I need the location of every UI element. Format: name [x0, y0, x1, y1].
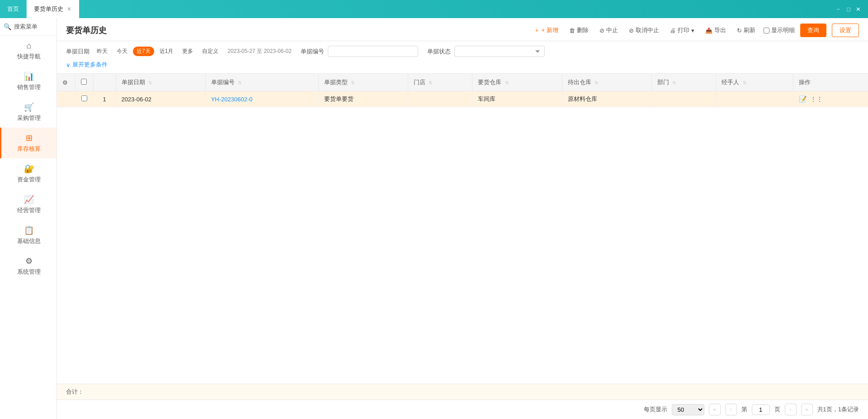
export-button[interactable]: 📤 导出 [703, 24, 729, 36]
sidebar-item-inventory[interactable]: ⊞ 库存核算 [0, 128, 57, 158]
display-detail-checkbox[interactable] [764, 28, 769, 33]
edit-icon[interactable]: 📝 [799, 95, 807, 103]
page-size-label: 每页显示 [644, 405, 667, 414]
prev-page-button[interactable]: ‹ [725, 404, 737, 415]
th-pendingwarehouse[interactable]: 待出仓库 ⇅ [562, 74, 651, 91]
sidebar-item-purchase-label: 采购管理 [17, 114, 41, 122]
main-layout: 🔍 搜索菜单 ⌂ 快捷导航 📊 销售管理 🛒 采购管理 ⊞ 库存核算 🔐 资金管… [0, 18, 868, 419]
delete-button[interactable]: 🗑 删除 [566, 24, 591, 36]
content-area: 要货单历史 ＋ + 新增 🗑 删除 ⊘ 中止 ⊘ 取消中止 [57, 18, 868, 419]
billstatus-filter-label: 单据状态 [427, 48, 451, 56]
tab-close-icon[interactable]: ✕ [67, 6, 71, 12]
sort-icon-billtype: ⇅ [351, 80, 354, 85]
sidebar-item-sales[interactable]: 📊 销售管理 [0, 66, 57, 97]
filter-row: 单据日期 昨天 今天 近7天 近1月 更多 自定义 2023-05-27 至 2… [66, 46, 859, 57]
th-action: 操作 [793, 74, 868, 91]
next-page-button[interactable]: › [785, 404, 797, 415]
th-billno[interactable]: 单据编号 ⇅ [205, 74, 318, 91]
sidebar-item-system-label: 系统管理 [17, 268, 41, 276]
gear-icon: ⚙ [25, 256, 33, 266]
th-checkbox[interactable] [75, 74, 93, 91]
stop-button[interactable]: ⊘ 中止 [597, 24, 621, 36]
export-icon: 📤 [705, 27, 712, 34]
table-footer: 合计： [57, 384, 868, 400]
query-button[interactable]: 查询 [800, 24, 826, 37]
date-btn-yesterday[interactable]: 昨天 [93, 47, 111, 56]
td-checkbox[interactable] [75, 91, 93, 107]
date-filter-label: 单据日期 [66, 48, 90, 56]
sidebar-search[interactable]: 🔍 搜索菜单 [0, 18, 57, 36]
sidebar-item-operations[interactable]: 📈 经营管理 [0, 189, 57, 220]
maximize-button[interactable]: □ [847, 6, 850, 13]
sort-icon-billno: ⇅ [238, 80, 241, 85]
date-btn-custom[interactable]: 自定义 [198, 47, 222, 56]
expand-more-button[interactable]: ∨ 展开更多条件 [66, 61, 859, 69]
pagination-bar: 每页显示 50 10 20 100 « ‹ 第 页 › » 共1页，1条记录 [57, 400, 868, 419]
doc-icon: 📋 [24, 225, 34, 235]
new-button[interactable]: ＋ + 新增 [531, 24, 561, 36]
tab-requisition-history[interactable]: 要货单历史 ✕ [27, 0, 79, 18]
print-label: 打印 [678, 26, 689, 34]
date-btn-more[interactable]: 更多 [179, 47, 197, 56]
select-all-checkbox[interactable] [81, 79, 87, 85]
ops-icon: 📈 [24, 195, 34, 205]
th-handler[interactable]: 经手人 ⇅ [716, 74, 793, 91]
cancel-stop-button[interactable]: ⊘ 取消中止 [626, 24, 662, 36]
td-index: 1 [93, 91, 116, 107]
date-btn-today[interactable]: 今天 [113, 47, 131, 56]
table-header-row: ⚙ 单据日期 ⇅ 单据编号 ⇅ [57, 74, 868, 91]
print-button[interactable]: 🖨 打印 ▾ [667, 24, 697, 36]
print-icon: 🖨 [670, 27, 676, 34]
sort-icon-store: ⇅ [429, 80, 432, 85]
td-handler [716, 91, 793, 107]
date-btn-7days[interactable]: 近7天 [133, 47, 154, 56]
sidebar-item-inventory-label: 库存核算 [17, 145, 41, 153]
row-checkbox[interactable] [81, 95, 87, 101]
cart-icon: 🛒 [24, 102, 34, 112]
close-button[interactable]: ✕ [856, 6, 861, 13]
sidebar-item-finance-label: 资金管理 [17, 176, 41, 184]
expand-more-label: 展开更多条件 [72, 61, 108, 69]
date-range-display: 2023-05-27 至 2023-06-02 [227, 48, 291, 55]
th-billtype[interactable]: 单据类型 ⇅ [318, 74, 408, 91]
th-reqwarehouse[interactable]: 要货仓库 ⇅ [472, 74, 562, 91]
sidebar-item-quick-nav[interactable]: ⌂ 快捷导航 [0, 36, 57, 66]
sort-icon-pendingwarehouse: ⇅ [594, 80, 598, 85]
th-date[interactable]: 单据日期 ⇅ [116, 74, 205, 91]
date-range-buttons: 昨天 今天 近7天 近1月 更多 自定义 [93, 47, 222, 56]
cancel-stop-label: 取消中止 [636, 26, 659, 34]
th-store[interactable]: 门店 ⇅ [408, 74, 472, 91]
filter-area: 单据日期 昨天 今天 近7天 近1月 更多 自定义 2023-05-27 至 2… [57, 41, 868, 74]
td-pendingwarehouse: 原材料仓库 [562, 91, 651, 107]
grid-icon: ⊞ [26, 133, 33, 143]
sidebar-item-purchase[interactable]: 🛒 采购管理 [0, 97, 57, 128]
minimize-button[interactable]: － [835, 5, 841, 13]
sort-icon-reqwarehouse: ⇅ [505, 80, 509, 85]
chevron-down-icon: ∨ [66, 62, 71, 68]
page-size-select[interactable]: 50 10 20 100 [672, 404, 704, 415]
sidebar-search-label: 搜索菜单 [14, 23, 38, 31]
settings-button[interactable]: 设置 [832, 24, 859, 37]
td-billno: YH-20230602-0 [205, 91, 318, 107]
first-page-button[interactable]: « [709, 404, 721, 415]
page-input[interactable] [752, 405, 770, 415]
billno-input[interactable] [328, 46, 418, 57]
data-table: ⚙ 单据日期 ⇅ 单据编号 ⇅ [57, 74, 868, 107]
display-detail-toggle[interactable]: 显示明细 [764, 26, 795, 34]
tab-home[interactable]: 首页 [0, 0, 27, 18]
billstatus-select[interactable] [454, 46, 545, 57]
sidebar-item-finance[interactable]: 🔐 资金管理 [0, 158, 57, 189]
td-billtype: 要货单要货 [318, 91, 408, 107]
sidebar-item-system[interactable]: ⚙ 系统管理 [0, 251, 57, 281]
date-btn-1month[interactable]: 近1月 [156, 47, 177, 56]
billno-link[interactable]: YH-20230602-0 [211, 96, 253, 103]
th-dept[interactable]: 部门 ⇅ [651, 74, 716, 91]
tab-requisition-history-label: 要货单历史 [34, 5, 63, 13]
window-actions: － □ ✕ [835, 5, 868, 13]
th-settings[interactable]: ⚙ [57, 74, 75, 91]
last-page-button[interactable]: » [801, 404, 813, 415]
refresh-button[interactable]: ↻ 刷新 [734, 24, 758, 36]
sidebar-item-basic-info[interactable]: 📋 基础信息 [0, 220, 57, 251]
more-icon[interactable]: ⋮⋮ [810, 95, 823, 103]
sidebar-item-quick-nav-label: 快捷导航 [17, 52, 41, 61]
